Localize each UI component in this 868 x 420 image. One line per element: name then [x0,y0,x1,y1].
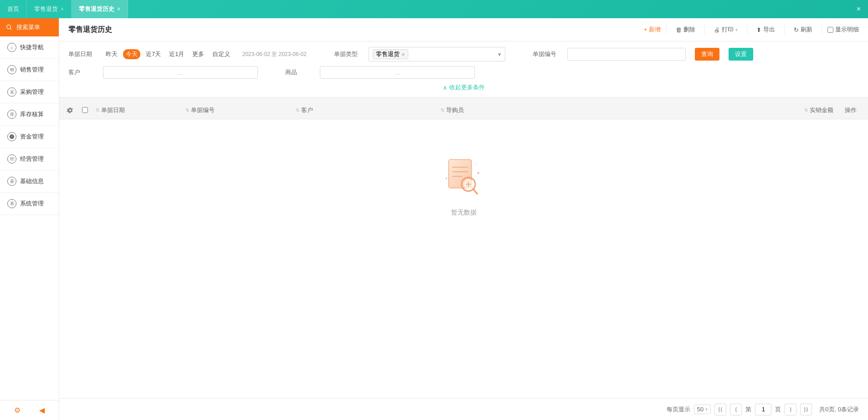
sort-icon-bill-no: ⇅ [185,108,189,113]
bill-type-tag-text: 零售退货 [376,50,400,58]
sidebar-settings-btn[interactable]: ⚙ [14,406,21,415]
tab-retail-return[interactable]: 零售退货 × [27,0,72,18]
sidebar-search-label: 搜索菜单 [16,23,40,31]
next-page-button[interactable]: ⟩ [785,404,796,415]
sidebar-item-inventory[interactable]: 库 库存核算 [0,103,59,126]
date-btn-today[interactable]: 今天 [123,49,140,59]
sidebar-item-system[interactable]: 系 系统管理 [0,193,59,215]
sort-icon-amount: ⇅ [804,108,808,113]
th-bill-no-label: 单据编号 [191,106,215,114]
goods-input[interactable]: ... [320,66,475,79]
sidebar-item-label-quick-nav: 快捷导航 [20,43,44,51]
business-icon: 经 [7,154,16,164]
sidebar-item-basic[interactable]: 基 基础信息 [0,170,59,193]
date-btn-7days[interactable]: 近7天 [143,49,164,59]
show-detail-checkbox-label[interactable]: 显示明细 [827,26,859,34]
last-page-button[interactable]: ⟩⟩ [800,404,812,415]
print-button[interactable]: 🖨 打印 ▾ [710,24,741,36]
basic-icon: 基 [7,177,16,186]
separator-2 [704,25,705,34]
sidebar-item-purchase[interactable]: 采 采购管理 [0,81,59,103]
bill-type-select[interactable]: 零售退货 × ▾ [369,47,505,61]
main-layout: 搜索菜单 ⌂ 快捷导航 销 销售管理 采 采购管理 库 库存核算 [0,18,868,420]
sort-icon-customer: ⇅ [296,108,299,113]
export-icon: ⬆ [756,26,761,33]
show-detail-checkbox[interactable] [827,27,833,33]
goods-label: 商品 [285,68,311,77]
page-input[interactable] [755,404,771,415]
settings-icon [67,107,73,113]
table-header: ⇅ 单据日期 ⇅ 单据编号 ⇅ 客户 ⇅ 导购员 [59,101,868,119]
settings-button[interactable]: 设置 [729,48,753,61]
refresh-icon: ↻ [794,26,799,33]
bill-no-label: 单据编号 [533,50,558,58]
tab-retail-return-close[interactable]: × [61,6,64,12]
th-action-label: 操作 [845,106,857,114]
sort-icon-guide: ⇅ [441,108,444,113]
total-info: 共0页, 0条记录 [819,405,859,414]
bill-type-arrow: ▾ [498,51,501,58]
first-page-button[interactable]: ⟨⟨ [714,404,726,415]
sidebar-item-business[interactable]: 经 经营管理 [0,148,59,170]
th-customer-label: 客户 [301,106,313,114]
empty-icon [441,156,487,201]
collapse-label: 收起更多条件 [449,83,485,92]
tab-retail-return-history-close[interactable]: × [117,6,120,12]
bill-no-input[interactable] [567,48,686,61]
sidebar-collapse-btn[interactable]: ◀ [39,406,45,415]
sidebar-item-label-sales: 销售管理 [20,66,44,74]
th-amount-label: 实销金额 [810,106,833,114]
finance-icon [7,132,16,141]
new-button[interactable]: + 新增 [644,26,661,34]
date-btn-more[interactable]: 更多 [190,49,207,59]
tab-retail-return-history[interactable]: 零售退货历史 × [72,0,128,18]
inventory-icon: 库 [7,110,16,119]
th-customer[interactable]: ⇅ 客户 [292,106,437,114]
content-header: 零售退货历史 + 新增 🗑 删除 🖨 打印 ▾ ⬆ 导出 [59,18,868,41]
delete-button[interactable]: 🗑 删除 [672,24,699,36]
customer-input[interactable]: ... [103,66,258,79]
bill-type-tag-0: 零售退货 × [373,49,408,59]
separator-3 [747,25,747,34]
header-actions: + 新增 🗑 删除 🖨 打印 ▾ ⬆ 导出 [644,24,859,36]
date-btn-yesterday[interactable]: 昨天 [103,49,120,59]
sidebar-item-label-system: 系统管理 [20,200,44,208]
th-action: 操作 [837,106,864,114]
svg-point-9 [445,178,447,179]
th-bill-date-label: 单据日期 [101,106,125,114]
date-range-display: 2023-06-02 至 2023-06-02 [242,51,306,58]
collapse-button[interactable]: ∧ 收起更多条件 [443,83,485,92]
sales-icon: 销 [7,65,16,74]
window-close-button[interactable]: × [849,5,868,13]
separator-5 [822,25,822,34]
th-bill-date[interactable]: ⇅ 单据日期 [92,106,182,114]
customer-label: 客户 [68,68,94,77]
filter-row-2: 客户 ... 商品 ... [68,66,859,79]
sidebar-search[interactable]: 搜索菜单 [0,18,59,36]
select-all-checkbox[interactable] [82,107,88,113]
sidebar-item-sales[interactable]: 销 销售管理 [0,59,59,81]
th-amount[interactable]: ⇅ 实销金额 [761,106,837,114]
sidebar-item-finance[interactable]: 资金管理 [0,126,59,148]
th-bill-no[interactable]: ⇅ 单据编号 [182,106,292,114]
page-unit: 页 [775,405,781,414]
query-button[interactable]: 查询 [695,48,719,61]
date-btn-1month[interactable]: 近1月 [166,49,187,59]
sidebar-item-label-basic: 基础信息 [20,177,44,185]
th-guide[interactable]: ⇅ 导购员 [437,106,547,114]
th-settings[interactable] [63,107,77,113]
page-size-select[interactable]: 50 ▾ [694,405,711,414]
refresh-button[interactable]: ↻ 刷新 [790,24,816,36]
export-button[interactable]: ⬆ 导出 [753,24,779,36]
sidebar-item-label-finance: 资金管理 [20,133,44,141]
export-label: 导出 [763,26,775,34]
sidebar-item-quick-nav[interactable]: ⌂ 快捷导航 [0,36,59,59]
svg-point-10 [477,172,479,174]
tab-home[interactable]: 首页 [0,0,27,18]
prev-page-button[interactable]: ⟨ [730,404,742,415]
th-checkbox[interactable] [77,107,92,113]
date-btn-custom[interactable]: 自定义 [210,49,233,59]
empty-text: 暂无数据 [451,209,477,217]
th-guide-label: 导购员 [446,106,464,114]
bill-type-tag-close[interactable]: × [401,51,405,58]
